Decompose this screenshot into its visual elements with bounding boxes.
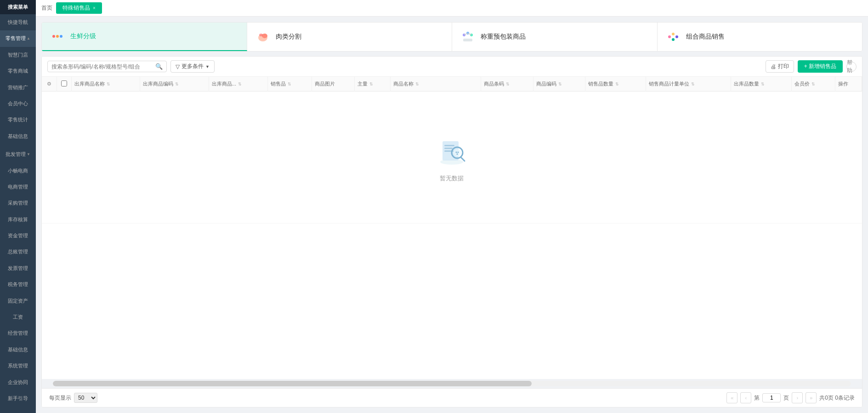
help-button[interactable]: 帮助 bbox=[846, 62, 857, 72]
col-main-unit: 主量 ⇅ bbox=[355, 77, 390, 92]
empty-state: 暂无数据 bbox=[45, 95, 859, 219]
sort-icon-10[interactable]: ⇅ bbox=[691, 82, 695, 86]
svg-point-14 bbox=[675, 35, 678, 38]
first-page-button[interactable]: « bbox=[726, 392, 738, 403]
search-input[interactable] bbox=[51, 63, 155, 70]
sidebar-item-ecom-mgmt[interactable]: 电商管理 bbox=[0, 179, 36, 195]
sort-icon-5[interactable]: ⇅ bbox=[369, 82, 373, 86]
gear-icon[interactable]: ⚙ bbox=[47, 81, 51, 86]
chevron-down-icon-filter: ▼ bbox=[205, 64, 210, 69]
sidebar-item-purchase-mgmt[interactable]: 采购管理 bbox=[0, 195, 36, 211]
tab-card-weigh-prepack-label: 称重预包装商品 bbox=[481, 33, 526, 41]
sort-icon[interactable]: ⇅ bbox=[107, 82, 110, 86]
tab-card-fresh-grade-label: 生鲜分级 bbox=[70, 32, 96, 40]
sort-icon-8[interactable]: ⇅ bbox=[558, 82, 562, 86]
sidebar-item-retail-mgmt[interactable]: 零售管理 ▲ bbox=[0, 30, 36, 46]
filter-icon: ▽ bbox=[176, 63, 180, 70]
sidebar-item-tax-mgmt[interactable]: 税务管理 bbox=[0, 276, 36, 293]
combo-sale-icon bbox=[665, 29, 681, 45]
sidebar-item-retail-mall[interactable]: 零售商城 bbox=[0, 63, 36, 79]
bottom-bar bbox=[42, 379, 862, 388]
sidebar-item-settings[interactable]: ⚙ bbox=[0, 407, 36, 413]
toolbar-right: 🖨 打印 + 新增销售品 帮助 bbox=[766, 60, 857, 73]
sidebar-item-sys-mgmt[interactable]: 系统管理 bbox=[0, 358, 36, 374]
sort-icon-9[interactable]: ⇅ bbox=[615, 82, 619, 86]
sidebar-item-finance-mgmt[interactable]: 资金管理 bbox=[0, 228, 36, 244]
sidebar-item-retail-stats[interactable]: 零售统计 bbox=[0, 112, 36, 128]
col-checkbox bbox=[57, 77, 71, 92]
filter-button[interactable]: ▽ 更多条件 ▼ bbox=[170, 60, 215, 73]
active-tab-label: 特殊销售品 bbox=[62, 4, 90, 12]
active-tab[interactable]: 特殊销售品 × bbox=[56, 2, 102, 14]
total-label: 共0页 0条记录 bbox=[819, 394, 855, 402]
topbar: 首页 特殊销售品 × bbox=[36, 0, 868, 17]
prev-page-button[interactable]: ‹ bbox=[740, 392, 751, 403]
page-input[interactable] bbox=[762, 393, 781, 402]
sidebar-item-wholesale-mgmt[interactable]: 批发管理 ▼ bbox=[0, 146, 36, 162]
data-table: ⚙ 出库商品名称 ⇅ bbox=[42, 77, 862, 224]
tab-card-combo-sale[interactable]: 组合商品销售 bbox=[658, 23, 862, 51]
main-content: 首页 特殊销售品 × 生鲜分级 bbox=[36, 0, 868, 413]
sidebar-logo[interactable]: 搜索菜单 bbox=[0, 0, 36, 14]
col-sale-qty: 销售品数量 ⇅ bbox=[585, 77, 646, 92]
sidebar-item-corp-agreement[interactable]: 企业协同 bbox=[0, 374, 36, 390]
sidebar-item-inventory-check[interactable]: 库存核算 bbox=[0, 212, 36, 228]
sort-icon-4[interactable]: ⇅ bbox=[288, 82, 291, 86]
meat-cut-icon bbox=[255, 29, 271, 45]
fresh-grade-icon bbox=[49, 28, 66, 45]
sidebar-item-fixed-assets[interactable]: 固定资产 bbox=[0, 293, 36, 309]
svg-line-23 bbox=[461, 157, 465, 161]
sidebar-item-new-guide[interactable]: 新手引导 bbox=[0, 390, 36, 407]
horizontal-scrollbar[interactable] bbox=[53, 381, 851, 386]
pagination-left: 每页显示 50 10 20 100 bbox=[49, 393, 97, 403]
toolbar: 🔍 ▽ 更多条件 ▼ 🖨 打印 + 新增销售品 bbox=[42, 57, 862, 77]
sidebar-item-marketing[interactable]: 营销推广 bbox=[0, 80, 36, 96]
table-body: 暂无数据 bbox=[42, 92, 862, 224]
svg-rect-18 bbox=[444, 145, 454, 146]
print-label: 打印 bbox=[778, 63, 789, 70]
sort-icon-12[interactable]: ⇅ bbox=[811, 82, 815, 86]
last-page-button[interactable]: » bbox=[806, 392, 817, 403]
sidebar-item-general-ledger[interactable]: 总账管理 bbox=[0, 244, 36, 260]
sidebar-item-smart-store[interactable]: 智慧门店 bbox=[0, 47, 36, 63]
tab-card-meat-cut-label: 肉类分割 bbox=[276, 33, 301, 41]
svg-point-4 bbox=[262, 34, 267, 38]
sort-icon-11[interactable]: ⇅ bbox=[761, 82, 765, 86]
sidebar-item-invoice-mgmt[interactable]: 发票管理 bbox=[0, 260, 36, 276]
sidebar-item-basic-info[interactable]: 基础信息 bbox=[0, 128, 36, 144]
sidebar-item-quick-nav[interactable]: 快捷导航 bbox=[0, 14, 36, 30]
sidebar-item-mini-ecom[interactable]: 小畅电商 bbox=[0, 163, 36, 179]
print-icon: 🖨 bbox=[771, 63, 776, 70]
home-link[interactable]: 首页 bbox=[41, 4, 52, 12]
sidebar-item-basic-info2[interactable]: 基础信息 bbox=[0, 342, 36, 358]
sidebar-item-biz-mgmt[interactable]: 经营管理 bbox=[0, 325, 36, 341]
per-page-select[interactable]: 50 10 20 100 bbox=[74, 393, 97, 403]
pagination-bar: 每页显示 50 10 20 100 « ‹ 第 页 › » 共 bbox=[42, 388, 862, 407]
scrollbar-thumb[interactable] bbox=[53, 381, 532, 386]
sidebar-item-member-center[interactable]: 会员中心 bbox=[0, 96, 36, 112]
sort-icon-3[interactable]: ⇅ bbox=[238, 82, 242, 86]
svg-point-26 bbox=[457, 154, 458, 155]
close-tab-icon[interactable]: × bbox=[93, 6, 96, 11]
col-goods-img: 商品图片 bbox=[312, 77, 355, 92]
per-page-label: 每页显示 bbox=[49, 394, 71, 402]
help-icon: 帮助 bbox=[847, 59, 856, 75]
search-icon[interactable]: 🔍 bbox=[155, 63, 163, 70]
print-button[interactable]: 🖨 打印 bbox=[766, 60, 794, 73]
sort-icon-6[interactable]: ⇅ bbox=[415, 82, 419, 86]
new-sale-button[interactable]: + 新增销售品 bbox=[798, 60, 843, 73]
empty-text: 暂无数据 bbox=[440, 174, 464, 183]
tab-card-fresh-grade[interactable]: 生鲜分级 bbox=[42, 23, 247, 51]
tab-card-weigh-prepack[interactable]: 称重预包装商品 bbox=[452, 23, 658, 51]
sort-icon-2[interactable]: ⇅ bbox=[175, 82, 179, 86]
tab-card-meat-cut[interactable]: 肉类分割 bbox=[247, 23, 453, 51]
search-box: 🔍 bbox=[47, 61, 167, 72]
sort-icon-7[interactable]: ⇅ bbox=[506, 82, 510, 86]
sidebar: 搜索菜单 快捷导航 零售管理 ▲ 智慧门店 零售商城 营销推广 会员中心 零售统… bbox=[0, 0, 36, 413]
next-page-button[interactable]: › bbox=[792, 392, 803, 403]
select-all-checkbox[interactable] bbox=[61, 80, 67, 86]
filter-label: 更多条件 bbox=[182, 63, 204, 70]
sidebar-item-payroll[interactable]: 工资 bbox=[0, 309, 36, 325]
new-label: + 新增销售品 bbox=[804, 63, 836, 70]
col-goods-name: 商品名称 ⇅ bbox=[390, 77, 481, 92]
